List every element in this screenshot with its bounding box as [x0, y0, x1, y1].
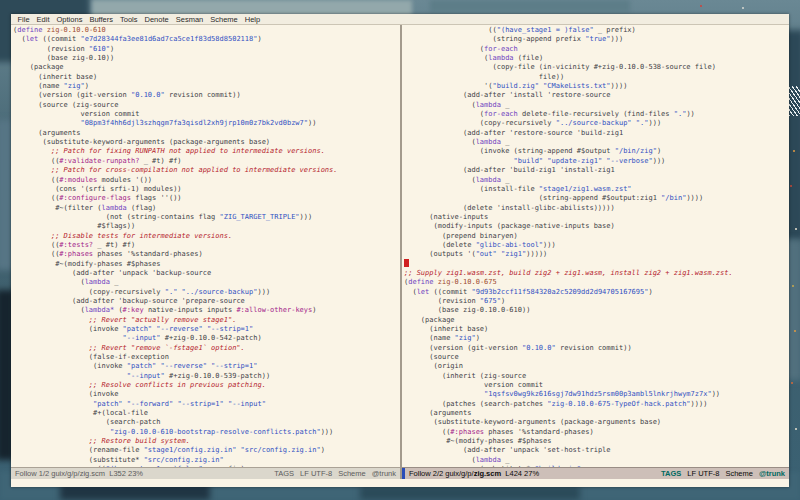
code-line[interactable]: (source: [404, 353, 789, 362]
code-line[interactable]: ((#:phases phases '%standard-phases): [13, 250, 400, 259]
code-line[interactable]: (define zig-0.10.0-610: [13, 26, 400, 35]
code-line[interactable]: (package: [13, 63, 400, 72]
code-line[interactable]: (add-after 'unpack 'backup-source: [13, 269, 400, 278]
code-line[interactable]: (lambda _: [404, 456, 789, 465]
code-line[interactable]: (delete "glibc-abi-tool"))): [404, 241, 789, 250]
menu-item-file[interactable]: File: [14, 14, 33, 25]
code-line[interactable]: (lambda* (#:key native-inputs inputs #:a…: [13, 306, 400, 315]
code-line[interactable]: (add-after 'restore-source 'build-zig1: [404, 129, 789, 138]
code-line[interactable]: (prepend binaryen): [404, 232, 789, 241]
code-line[interactable]: (copy-recursively "../source-backup" "."…: [404, 119, 789, 128]
menu-item-help[interactable]: Help: [241, 14, 263, 25]
code-line[interactable]: ;; Restore build system.: [13, 437, 400, 446]
code-line[interactable]: (substitute* "src/config.zig.in": [13, 456, 400, 465]
code-line[interactable]: (delete 'install-glibc-abilists))))): [404, 204, 789, 213]
code-line[interactable]: (string-append prefix "true"))): [404, 35, 789, 44]
menu-item-sesman[interactable]: Sesman: [172, 14, 207, 25]
code-line[interactable]: (patches (search-patches "zig-0.10.0-675…: [404, 400, 789, 409]
code-line[interactable]: (install-file "stage1/zig1.wasm.zst": [404, 185, 789, 194]
code-line[interactable]: (add-after 'build-zig1 'install-zig1: [404, 166, 789, 175]
code-line[interactable]: ((#:validate-runpath? _ #t) #f): [13, 157, 400, 166]
menu-item-options[interactable]: Options: [53, 14, 86, 25]
code-line[interactable]: file)): [404, 73, 789, 82]
echo-area[interactable]: [11, 479, 789, 487]
code-line[interactable]: (name "zig"): [13, 82, 400, 91]
code-line[interactable]: ;; Revert "remove `-fstage1` option".: [13, 344, 400, 353]
code-line[interactable]: (arguments: [13, 129, 400, 138]
code-line[interactable]: "zig-0.10.0-610-bootstrap-resolve-confli…: [13, 428, 400, 437]
code-line[interactable]: (substitute-keyword-arguments (package-a…: [404, 418, 789, 427]
code-line[interactable]: (name "zig"): [404, 334, 789, 343]
code-line[interactable]: (invoke "patch" "--reverse" "--strip=1": [13, 325, 400, 334]
code-line[interactable]: (for-each: [404, 45, 789, 54]
modeline-major-mode[interactable]: Scheme: [725, 469, 753, 478]
code-line[interactable]: #~(modify-phases #$phases: [13, 260, 400, 269]
code-line[interactable]: (lambda _: [404, 176, 789, 185]
code-line[interactable]: (revision "610"): [13, 45, 400, 54]
code-line[interactable]: #+(local-file: [13, 409, 400, 418]
code-line[interactable]: (source (zig-source: [13, 101, 400, 110]
code-line[interactable]: (arguments: [404, 409, 789, 418]
code-line[interactable]: ;; Disable tests for intermediate versio…: [13, 232, 400, 241]
code-line[interactable]: (base zig-0.10.0-610)): [404, 306, 789, 315]
code-line[interactable]: ;; Resolve conflicts in previous patchin…: [13, 381, 400, 390]
code-line[interactable]: version commit: [404, 381, 789, 390]
code-line[interactable]: #~(modify-phases #$phases: [404, 437, 789, 446]
code-line[interactable]: (cons '(srfi srfi-1) modules)): [13, 185, 400, 194]
code-line[interactable]: (("(have_stage1 = )false" _ prefix): [404, 26, 789, 35]
modeline-vc-branch[interactable]: @trunk: [372, 469, 396, 478]
code-line[interactable]: (define zig-0.10.0-675: [404, 278, 789, 287]
code-line[interactable]: (version (git-version "0.10.0" revision …: [404, 344, 789, 353]
code-line[interactable]: '("build.zig" "CMakeLists.txt")))): [404, 82, 789, 91]
code-line[interactable]: (let ((commit "9d93b2ccf11f584320a2c5209…: [404, 288, 789, 297]
code-line[interactable]: (outputs '("out" "zig1"))))): [404, 250, 789, 259]
code-line[interactable]: "08pm3f4hh6djl3szhqgm7fa3qisdl2xh9jrp10m…: [13, 119, 400, 128]
code-line[interactable]: ((#:tests? _ #t) #f): [13, 241, 400, 250]
code-line[interactable]: (copy-recursively "." "../source-backup"…: [13, 288, 400, 297]
code-line[interactable]: (let ((commit "e7d28344fa3ee81d6ad7ca5ce…: [13, 35, 400, 44]
code-line[interactable]: "--input" #+zig-0.10.0-542-patch): [13, 334, 400, 343]
code-line[interactable]: "build" "update-zig1" "--verbose"))): [404, 157, 789, 166]
code-line[interactable]: (native-inputs: [404, 213, 789, 222]
code-line[interactable]: ;; Patch for fixing RUNPATH not applied …: [13, 147, 400, 156]
code-line[interactable]: version commit: [13, 110, 400, 119]
code-line[interactable]: (rename-file "stage1/config.zig.in" "src…: [13, 446, 400, 455]
code-line[interactable]: (string-append #$output:zig1 "/bin")))): [404, 194, 789, 203]
code-line[interactable]: (lambda _: [404, 101, 789, 110]
code-line[interactable]: (substitute-keyword-arguments (package-a…: [13, 138, 400, 147]
menu-item-denote[interactable]: Denote: [141, 14, 172, 25]
code-line[interactable]: ;; Revert "actually remove stage1".: [13, 316, 400, 325]
code-line[interactable]: (origin: [404, 362, 789, 371]
code-line[interactable]: (lambda _: [404, 138, 789, 147]
code-line[interactable]: (invoke "patch" "--reverse" "--strip=1": [13, 362, 400, 371]
modeline-position[interactable]: L424 27%: [501, 469, 539, 478]
code-line[interactable]: ;; Supply zig1.wasm.zst, build zig2 + zi…: [404, 269, 789, 278]
code-line[interactable]: (search-patch: [13, 418, 400, 427]
modeline-vc-branch[interactable]: @trunk: [759, 469, 785, 478]
modeline-encoding[interactable]: LF UTF-8: [300, 469, 332, 478]
code-line[interactable]: (revision "675"): [404, 297, 789, 306]
source-code-right[interactable]: (("(have_stage1 = )false" _ prefix) (str…: [402, 25, 789, 467]
code-line[interactable]: (lambda (file): [404, 54, 789, 63]
code-line[interactable]: (add-after 'install 'restore-source: [404, 91, 789, 100]
code-line[interactable]: (add-after 'unpack 'set-host-triple: [404, 446, 789, 455]
code-line[interactable]: (base zig-0.10)): [13, 54, 400, 63]
code-line[interactable]: ((#:phases phases '%standard-phases): [404, 428, 789, 437]
code-line[interactable]: "1qsfsv0wg9kz616sgj7dw91hdz5rsm00p3ambl5…: [404, 390, 789, 399]
code-line[interactable]: ((#:modules modules '()): [13, 176, 400, 185]
code-line[interactable]: #~(filter (lambda (flag): [13, 204, 400, 213]
menu-item-scheme[interactable]: Scheme: [207, 14, 242, 25]
code-line[interactable]: "--input" #+zig-0.10.0-539-patch)): [13, 372, 400, 381]
code-line[interactable]: (modify-inputs (package-native-inputs ba…: [404, 222, 789, 231]
code-line[interactable]: (copy-file (in-vicinity #+zig-0.10.0-538…: [404, 63, 789, 72]
code-line[interactable]: ;; Patch for cross-compilation not appli…: [13, 166, 400, 175]
code-line[interactable]: (false-if-exception: [13, 353, 400, 362]
code-line[interactable]: (for-each delete-file-recursively (find-…: [404, 110, 789, 119]
code-line[interactable]: #$flags)): [13, 222, 400, 231]
modeline-tags[interactable]: TAGS: [661, 469, 681, 478]
code-line[interactable]: (add-after 'backup-source 'prepare-sourc…: [13, 297, 400, 306]
code-line[interactable]: (invoke: [13, 390, 400, 399]
code-line[interactable]: (not (string-contains flag "ZIG_TARGET_T…: [13, 213, 400, 222]
modeline-buffer-name[interactable]: zig.scm: [80, 469, 105, 478]
modeline-buffer-name[interactable]: zig.scm: [474, 469, 502, 478]
